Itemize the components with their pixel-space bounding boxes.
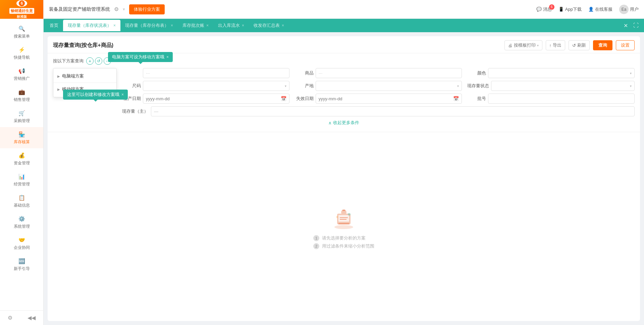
tabs-close-all-icon[interactable]: ✕ bbox=[622, 21, 629, 30]
sidebar-item-label: 系统管理 bbox=[14, 224, 30, 229]
stock-status-arrow-icon: ▾ bbox=[630, 84, 632, 88]
color-label: 颜色 bbox=[467, 70, 486, 76]
warehouse-dots[interactable]: ··· bbox=[146, 70, 150, 76]
export-icon: ↑ bbox=[549, 43, 552, 48]
sidebar-item-system[interactable]: ⚙️ 系统管理 bbox=[0, 212, 43, 233]
sidebar-item-finance[interactable]: 💰 资金管理 bbox=[0, 148, 43, 169]
sidebar-item-purchase[interactable]: 🛒 采购管理 bbox=[0, 106, 43, 127]
sidebar-item-label: 企业协同 bbox=[14, 245, 30, 251]
prod-date-input[interactable] bbox=[146, 96, 279, 101]
tab-batch-ledger-label: 库存批次账 bbox=[182, 22, 204, 29]
prod-date-input-wrap: 📅 bbox=[143, 94, 289, 104]
sidebar-item-management[interactable]: 📊 经营管理 bbox=[0, 169, 43, 191]
filter-warehouse: ··· bbox=[122, 68, 289, 78]
export-label: 导出 bbox=[553, 42, 561, 48]
tab-inventory-dist[interactable]: 现存量（库存分布表） × bbox=[120, 20, 178, 31]
color-control[interactable]: ▾ bbox=[488, 68, 635, 78]
size-control[interactable]: ▾ bbox=[143, 81, 289, 91]
gear-icon[interactable]: ⚙ bbox=[114, 6, 119, 12]
svg-point-11 bbox=[336, 216, 338, 218]
add-scheme-btn[interactable]: + bbox=[86, 57, 94, 65]
message-item[interactable]: 💬 消息 6 bbox=[536, 6, 552, 12]
tab-close-inout-flow[interactable]: × bbox=[242, 23, 244, 28]
online-service-item[interactable]: 👤 在线客服 bbox=[588, 6, 612, 12]
experience-btn[interactable]: 体验行业方案 bbox=[129, 4, 165, 14]
app-download-item[interactable]: 📱 App下载 bbox=[558, 6, 582, 12]
sidebar-item-enterprise[interactable]: 🤝 企业协同 bbox=[0, 233, 43, 254]
guide-icon: 🆕 bbox=[18, 257, 25, 265]
empty-state: 1 请先选择要分析的方案 2 用过滤条件来缩小分析范围 bbox=[48, 132, 640, 321]
sidebar-item-label: 库存核算 bbox=[14, 139, 30, 145]
sidebar-item-guide[interactable]: 🆕 新手引导 bbox=[0, 254, 43, 275]
goods-control[interactable]: ··· bbox=[316, 68, 462, 78]
expiry-date-cal-icon[interactable]: 📅 bbox=[453, 96, 459, 101]
query-btn[interactable]: 查询 bbox=[593, 40, 612, 50]
tabs-fullscreen-icon[interactable]: ⛶ bbox=[632, 21, 640, 30]
sidebar-item-sales[interactable]: 💼 销售管理 bbox=[0, 85, 43, 106]
sidebar-item-basic[interactable]: 📋 基础信息 bbox=[0, 191, 43, 212]
collapse-label: 收起更多条件 bbox=[333, 120, 359, 126]
settings-icon[interactable]: ⚙ bbox=[8, 315, 12, 321]
management-icon: 📊 bbox=[18, 173, 25, 180]
tab-close-batch-ledger[interactable]: × bbox=[206, 23, 209, 28]
scheme-pc-item[interactable]: ▶ 电脑端方案 bbox=[53, 71, 116, 81]
origin-control[interactable]: ▾ bbox=[316, 81, 462, 91]
collapse-up-icon: ∧ bbox=[328, 120, 332, 125]
expiry-date-input[interactable] bbox=[319, 96, 452, 101]
sidebar-item-search[interactable]: 🔍 搜索菜单 bbox=[0, 21, 43, 43]
origin-arrow-icon: ▾ bbox=[457, 84, 459, 88]
page-content: 现存量查询(按仓库+商品) 🖨 按模板打印 ▾ ↑ 导出 ↺ 刷新 bbox=[44, 32, 644, 325]
export-btn[interactable]: ↑ 导出 bbox=[546, 40, 566, 50]
enterprise-icon: 🤝 bbox=[18, 236, 25, 243]
scheme-divider bbox=[53, 83, 116, 83]
top-header: 装备及固定资产辅助管理系统 ⚙ ▾ 体验行业方案 💬 消息 6 📱 App下载 … bbox=[44, 0, 644, 19]
sidebar-item-quicknav[interactable]: ⚡ 快捷导航 bbox=[0, 43, 43, 64]
sidebar-item-marketing[interactable]: 📢 营销推广 bbox=[0, 64, 43, 85]
message-icon: 💬 bbox=[536, 7, 542, 12]
sidebar-item-label: 销售管理 bbox=[14, 97, 30, 103]
warehouse-control[interactable]: ··· bbox=[143, 68, 289, 78]
user-item[interactable]: Ea 用户 bbox=[619, 5, 639, 14]
filter-color: 颜色 ▾ bbox=[467, 68, 635, 78]
collapse-btn[interactable]: ∧ 收起更多条件 bbox=[53, 118, 635, 128]
marketing-icon: 📢 bbox=[18, 67, 25, 74]
sidebar-item-label: 资金管理 bbox=[14, 160, 30, 166]
tab-batch-ledger[interactable]: 库存批次账 × bbox=[178, 20, 213, 31]
app-download-label: App下载 bbox=[565, 6, 582, 12]
search-icon: 🔍 bbox=[18, 25, 25, 32]
sidebar-item-label: 快捷导航 bbox=[14, 55, 30, 60]
tab-inout-flow-label: 出入库流水 bbox=[218, 22, 240, 29]
goods-dots[interactable]: ··· bbox=[319, 70, 323, 76]
filter-actions: + ↺ ← bbox=[86, 57, 111, 65]
filter-section: 按以下方案查询 + ↺ ← 电脑方案可设为移动方案哦 × bbox=[48, 53, 640, 132]
sidebar-item-inventory[interactable]: 🏪 库存核算 bbox=[0, 127, 43, 148]
tip-num-2: 2 bbox=[313, 243, 319, 249]
batch-no-input[interactable] bbox=[488, 94, 635, 104]
prod-date-cal-icon[interactable]: 📅 bbox=[281, 96, 286, 101]
filter-origin: 产地 ▾ bbox=[295, 81, 462, 91]
stock-status-label: 现存量状态 bbox=[467, 83, 489, 89]
content-inner: 现存量查询(按仓库+商品) 🖨 按模板打印 ▾ ↑ 导出 ↺ 刷新 bbox=[48, 36, 640, 321]
tab-close-receive-summary[interactable]: × bbox=[282, 23, 284, 28]
tab-close-inventory-status[interactable]: × bbox=[113, 23, 116, 28]
empty-tip-1: 1 请先选择要分析的方案 bbox=[313, 235, 374, 241]
stock-qty-input[interactable] bbox=[151, 106, 635, 116]
refresh-btn[interactable]: ↺ 刷新 bbox=[569, 40, 590, 50]
tab-close-inventory-dist[interactable]: × bbox=[171, 23, 173, 28]
set-btn[interactable]: 设置 bbox=[616, 40, 635, 50]
tab-receive-summary[interactable]: 收发存汇总表 × bbox=[249, 20, 289, 31]
page-title: 现存量查询(按仓库+商品) bbox=[53, 42, 113, 49]
size-label: 尺码 bbox=[122, 83, 141, 89]
stock-status-control[interactable]: ▾ bbox=[491, 81, 635, 91]
tab-receive-summary-label: 收发存汇总表 bbox=[254, 22, 280, 29]
tooltip-scheme-mobile-close[interactable]: × bbox=[166, 55, 169, 59]
print-btn[interactable]: 🖨 按模板打印 ▾ bbox=[504, 40, 542, 50]
empty-tip-2: 2 用过滤条件来缩小分析范围 bbox=[313, 243, 374, 249]
tab-inout-flow[interactable]: 出入库流水 × bbox=[213, 20, 249, 31]
tab-home[interactable]: 首页 bbox=[45, 20, 63, 31]
tooltip-create-scheme-close[interactable]: × bbox=[121, 92, 124, 97]
refresh-scheme-btn[interactable]: ↺ bbox=[95, 57, 102, 65]
tab-inventory-status[interactable]: 现存量（库存状况表） × bbox=[63, 20, 120, 31]
inventory-icon: 🏪 bbox=[18, 130, 25, 138]
collapse-sidebar-icon[interactable]: ◀◀ bbox=[28, 315, 36, 321]
